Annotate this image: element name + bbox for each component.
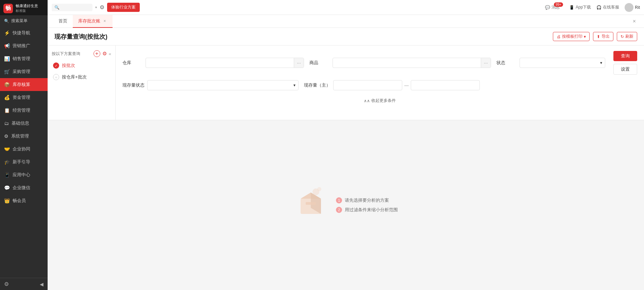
- refresh-icon: ↻: [621, 34, 624, 39]
- sidebar-item-label: 企业微信: [13, 185, 30, 191]
- sidebar-item-purchase[interactable]: 🛒 采购管理: [0, 65, 48, 78]
- product-more-btn[interactable]: ···: [481, 58, 491, 68]
- page-title: 现存量查询(按批次): [54, 33, 107, 41]
- appstore-icon: 📱: [4, 172, 10, 178]
- sidebar-item-shortcut[interactable]: ⚡ 快捷导航: [0, 26, 48, 39]
- tab-inventory-batch[interactable]: 库存批次账 ×: [73, 15, 113, 28]
- sidebar-item-label: 经营管理: [13, 107, 30, 113]
- username-label: Rit: [635, 5, 640, 10]
- sidebar-item-label: 新手引导: [13, 159, 30, 165]
- guide-icon: 🎓: [4, 159, 10, 165]
- messages-badge: 99+: [554, 2, 563, 7]
- scheme-panel-actions: + ⚙ «: [94, 50, 111, 57]
- tabs-close-all-btn[interactable]: ×: [630, 18, 639, 24]
- export-icon: ⬆: [597, 34, 600, 39]
- scheme-item-batch[interactable]: ✓ 按批次: [48, 60, 115, 71]
- marketing-icon: 📢: [4, 43, 10, 49]
- inventory-status-select[interactable]: ▾: [147, 80, 299, 90]
- product-input-wrapper[interactable]: ···: [333, 58, 491, 68]
- filter-row-2: 现存量状态 ▾ 现存量（主） —: [122, 80, 637, 90]
- sidebar-item-label: 销售管理: [13, 56, 30, 62]
- range-separator: —: [404, 83, 409, 88]
- chevron-down-icon: ▾: [584, 34, 586, 39]
- messages-action[interactable]: 💬 消息 99+: [545, 4, 560, 10]
- app-download-action[interactable]: 📱 App下载: [569, 4, 591, 10]
- content: 现存量查询(按批次) 🖨 按模板打印 ▾ ⬆ 导出 ↻ 刷新: [48, 28, 644, 290]
- chevron-down-icon: ▾: [600, 60, 602, 65]
- sales-icon: 📊: [4, 56, 10, 61]
- page-actions: 🖨 按模板打印 ▾ ⬆ 导出 ↻ 刷新: [553, 32, 637, 41]
- sidebar-item-basic[interactable]: 🗂 基础信息: [0, 117, 48, 130]
- template-print-button[interactable]: 🖨 按模板打印 ▾: [553, 32, 590, 41]
- sidebar-item-inventory[interactable]: 📦 库存核算: [0, 78, 48, 91]
- app-subtitle: 标准版: [16, 8, 38, 13]
- refresh-button[interactable]: ↻ 刷新: [617, 32, 637, 41]
- sidebar-item-operation[interactable]: 📋 经营管理: [0, 104, 48, 117]
- scheme-item-warehouse-batch[interactable]: ○ 按仓库+批次: [48, 71, 115, 83]
- collapse-more-btn[interactable]: ∧∧ 收起更多条件: [122, 96, 637, 106]
- sidebar-item-guide[interactable]: 🎓 新手引导: [0, 156, 48, 168]
- scheme-item-label: 按仓库+批次: [62, 74, 87, 80]
- sidebar-search-label: 搜索菜单: [11, 18, 28, 24]
- filter-action-buttons: 查询 设置: [613, 51, 637, 75]
- tip-num-1: 1: [336, 197, 342, 203]
- sidebar-settings-btn[interactable]: ⚙: [4, 281, 9, 287]
- scheme-settings-btn[interactable]: ⚙: [102, 51, 107, 57]
- query-button[interactable]: 查询: [613, 51, 637, 61]
- warehouse-input[interactable]: [146, 60, 294, 65]
- inventory-status-label: 现存量状态: [122, 82, 145, 88]
- status-select[interactable]: ▾: [520, 58, 605, 68]
- search-icon: 🔍: [4, 19, 9, 23]
- inventory-qty-min[interactable]: [333, 80, 402, 90]
- tab-close-btn[interactable]: ×: [102, 19, 107, 23]
- message-icon: 💬: [545, 5, 550, 10]
- topbar-gear-icon[interactable]: ⚙: [100, 4, 104, 11]
- scheme-add-button[interactable]: +: [94, 50, 100, 57]
- tab-home[interactable]: 首页: [53, 15, 73, 28]
- filter-form: 仓库 ··· 商品 ··· 状态: [116, 46, 644, 120]
- sidebar-search[interactable]: 🔍 搜索菜单: [0, 15, 48, 26]
- vip-icon: 👑: [4, 198, 10, 203]
- settings-button[interactable]: 设置: [613, 64, 637, 75]
- scheme-panel: 按以下方案查询 + ⚙ « ✓ 按批次 ○ 按仓库+批次: [48, 46, 116, 120]
- empty-tip-2: 2 用过滤条件来缩小分析范围: [336, 207, 398, 213]
- topbar-search-box[interactable]: 🔍: [52, 4, 92, 11]
- filter-warehouse-group: 仓库 ···: [122, 58, 304, 68]
- sidebar-logo: 畅: [3, 4, 13, 13]
- sidebar-collapse-btn[interactable]: ◀: [40, 282, 44, 287]
- online-service-action[interactable]: 🎧 在线客服: [596, 4, 619, 10]
- sidebar-item-label: 资金管理: [13, 94, 30, 101]
- main: 🔍 ▾ ⚙ 体验行业方案 💬 消息 99+ 📱 App下载 🎧 在线客服 R: [48, 0, 644, 290]
- scheme-collapse-btn[interactable]: «: [109, 51, 111, 56]
- status-label: 状态: [496, 60, 517, 66]
- app-download-label: App下载: [576, 4, 591, 10]
- experience-button[interactable]: 体验行业方案: [107, 3, 140, 12]
- filter-area: 按以下方案查询 + ⚙ « ✓ 按批次 ○ 按仓库+批次: [48, 46, 644, 120]
- sidebar-item-sales[interactable]: 📊 销售管理: [0, 52, 48, 65]
- empty-state: 1 请先选择要分析的方案 2 用过滤条件来缩小分析范围: [48, 120, 644, 290]
- page-header: 现存量查询(按批次) 🖨 按模板打印 ▾ ⬆ 导出 ↻ 刷新: [48, 28, 644, 46]
- sidebar-item-vip[interactable]: 👑 畅会员: [0, 194, 48, 207]
- sidebar-item-marketing[interactable]: 📢 营销推广: [0, 39, 48, 52]
- search-icon: 🔍: [54, 5, 60, 10]
- topbar-dropdown-chevron[interactable]: ▾: [95, 5, 97, 9]
- headset-icon: 🎧: [596, 5, 601, 10]
- export-button[interactable]: ⬆ 导出: [593, 32, 613, 41]
- tabs-bar: 首页 库存批次账 × ×: [48, 15, 644, 28]
- inventory-qty-max[interactable]: [411, 80, 480, 90]
- basic-icon: 🗂: [4, 121, 9, 126]
- sidebar-item-finance[interactable]: 💰 资金管理: [0, 91, 48, 104]
- empty-illustration: [294, 185, 328, 225]
- warehouse-more-btn[interactable]: ···: [294, 58, 304, 68]
- user-avatar-action[interactable]: Rit: [625, 3, 640, 12]
- sidebar-item-appstore[interactable]: 📱 应用中心: [0, 168, 48, 181]
- sidebar-item-enterprise[interactable]: 🤝 企业协同: [0, 143, 48, 156]
- sidebar-item-label: 营销推广: [13, 43, 30, 49]
- sidebar-item-system[interactable]: ⚙ 系统管理: [0, 130, 48, 143]
- product-input[interactable]: [333, 60, 481, 65]
- topbar: 🔍 ▾ ⚙ 体验行业方案 💬 消息 99+ 📱 App下载 🎧 在线客服 R: [48, 0, 644, 15]
- purchase-icon: 🛒: [4, 69, 10, 74]
- warehouse-input-wrapper[interactable]: ···: [146, 58, 304, 68]
- filter-row-1: 仓库 ··· 商品 ··· 状态: [122, 51, 637, 75]
- sidebar-item-wechat[interactable]: 💬 企业微信: [0, 181, 48, 194]
